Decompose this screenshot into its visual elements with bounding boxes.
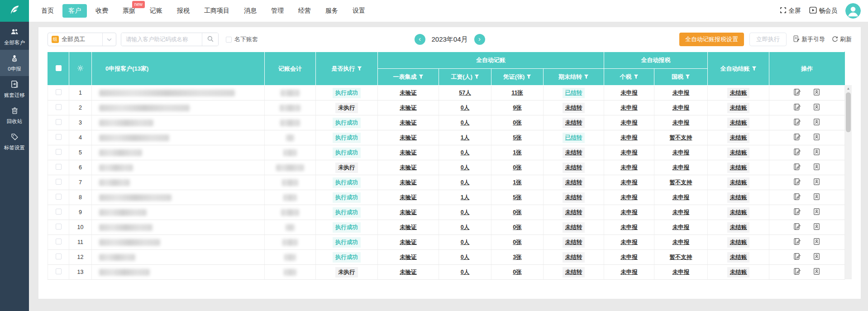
profile-doc-icon[interactable] bbox=[813, 268, 820, 277]
row-checkbox[interactable] bbox=[56, 179, 62, 185]
national-tax-link[interactable]: 未申报 bbox=[672, 105, 690, 111]
nav-item-11[interactable]: 设置 bbox=[347, 4, 371, 18]
carryover-link[interactable]: 未结转 bbox=[563, 177, 585, 188]
vertical-scrollbar[interactable]: ▲ bbox=[845, 85, 852, 279]
national-tax-link[interactable]: 未申报 bbox=[672, 209, 690, 215]
sidebar-item-0申报[interactable]: 0申报 bbox=[0, 50, 29, 76]
row-checkbox[interactable] bbox=[56, 209, 62, 215]
voucher-link[interactable]: 0张 bbox=[513, 269, 521, 275]
client-name-cell[interactable] bbox=[92, 100, 265, 115]
carryover-link[interactable]: 未结转 bbox=[563, 103, 585, 113]
personal-tax-link[interactable]: 未申报 bbox=[620, 149, 638, 156]
row-checkbox[interactable] bbox=[56, 134, 62, 140]
nav-item-1[interactable]: 客户 bbox=[62, 4, 87, 18]
voucher-link[interactable]: 1张 bbox=[513, 179, 521, 186]
header-executed[interactable]: 是否执行 bbox=[316, 52, 378, 86]
personal-tax-link[interactable]: 未申报 bbox=[620, 209, 638, 215]
salary-link[interactable]: 57人 bbox=[459, 90, 471, 96]
national-tax-link[interactable]: 暂不支持 bbox=[670, 254, 692, 260]
integration-link[interactable]: 未验证 bbox=[400, 90, 417, 96]
integration-link[interactable]: 未验证 bbox=[400, 120, 417, 126]
nav-item-7[interactable]: 消息 bbox=[238, 4, 262, 18]
client-name-cell[interactable] bbox=[92, 220, 265, 235]
profile-doc-icon[interactable] bbox=[813, 88, 820, 97]
nav-item-2[interactable]: 收费 bbox=[90, 4, 114, 18]
header-voucher[interactable]: 凭证(张) bbox=[491, 69, 544, 86]
salary-link[interactable]: 0人 bbox=[461, 179, 469, 186]
fullscreen-button[interactable]: 全屏 bbox=[780, 7, 801, 15]
carryover-link[interactable]: 未结转 bbox=[563, 163, 585, 173]
row-checkbox[interactable] bbox=[56, 254, 62, 259]
nav-item-9[interactable]: 经营 bbox=[292, 4, 317, 18]
header-integration[interactable]: 一表集成 bbox=[378, 69, 439, 86]
client-name-cell[interactable] bbox=[92, 175, 265, 190]
voucher-link[interactable]: 5张 bbox=[513, 134, 521, 141]
voucher-link[interactable]: 3张 bbox=[513, 254, 521, 260]
integration-link[interactable]: 未验证 bbox=[400, 164, 417, 171]
auto-settings-button[interactable]: 全自动记账报税设置 bbox=[679, 33, 744, 46]
row-checkbox[interactable] bbox=[56, 164, 62, 170]
nav-item-3[interactable]: 票据new bbox=[117, 4, 141, 18]
voucher-link[interactable]: 1张 bbox=[513, 149, 521, 156]
salary-link[interactable]: 0人 bbox=[461, 120, 469, 126]
salary-link[interactable]: 0人 bbox=[461, 105, 469, 111]
voucher-link[interactable]: 0张 bbox=[513, 209, 521, 215]
closing-link[interactable]: 未结账 bbox=[727, 133, 750, 143]
row-checkbox[interactable] bbox=[56, 194, 62, 200]
profile-doc-icon[interactable] bbox=[813, 178, 820, 187]
edit-book-icon[interactable] bbox=[793, 193, 801, 202]
profile-doc-icon[interactable] bbox=[813, 238, 820, 247]
edit-book-icon[interactable] bbox=[793, 268, 801, 277]
sidebar-item-账套迁移[interactable]: 账套迁移 bbox=[0, 76, 29, 102]
national-tax-link[interactable]: 未申报 bbox=[672, 194, 690, 201]
search-button[interactable] bbox=[202, 33, 218, 46]
closing-link[interactable]: 未结账 bbox=[727, 163, 750, 173]
voucher-link[interactable]: 9张 bbox=[513, 105, 521, 111]
edit-book-icon[interactable] bbox=[793, 163, 801, 172]
personal-tax-link[interactable]: 未申报 bbox=[620, 194, 638, 201]
row-checkbox[interactable] bbox=[56, 149, 62, 155]
closing-link[interactable]: 未结账 bbox=[727, 207, 750, 218]
voucher-link[interactable]: 0张 bbox=[513, 164, 521, 171]
national-tax-link[interactable]: 未申报 bbox=[672, 149, 690, 156]
row-checkbox[interactable] bbox=[56, 268, 62, 274]
header-national-tax[interactable]: 国税 bbox=[654, 69, 708, 86]
edit-book-icon[interactable] bbox=[793, 148, 801, 157]
client-name-cell[interactable] bbox=[92, 86, 265, 100]
carryover-link[interactable]: 未结转 bbox=[563, 118, 585, 128]
personal-tax-link[interactable]: 未申报 bbox=[620, 134, 638, 141]
client-name-cell[interactable] bbox=[92, 235, 265, 250]
salary-link[interactable]: 1人 bbox=[461, 134, 469, 141]
client-name-cell[interactable] bbox=[92, 160, 265, 175]
client-name-cell[interactable] bbox=[92, 250, 265, 265]
salary-link[interactable]: 0人 bbox=[461, 149, 469, 156]
integration-link[interactable]: 未验证 bbox=[400, 239, 417, 245]
execute-now-button[interactable]: 立即执行 bbox=[749, 33, 787, 46]
edit-book-icon[interactable] bbox=[793, 118, 801, 127]
personal-tax-link[interactable]: 未申报 bbox=[620, 90, 638, 96]
profile-doc-icon[interactable] bbox=[813, 103, 820, 112]
client-name-cell[interactable] bbox=[92, 115, 265, 130]
carryover-link[interactable]: 未结转 bbox=[563, 148, 585, 158]
personal-tax-link[interactable]: 未申报 bbox=[620, 120, 638, 126]
row-checkbox[interactable] bbox=[56, 239, 62, 244]
national-tax-link[interactable]: 未申报 bbox=[672, 239, 690, 245]
scope-checkbox-row[interactable]: 名下账套 bbox=[226, 35, 258, 43]
personal-tax-link[interactable]: 未申报 bbox=[620, 269, 638, 275]
voucher-link[interactable]: 11张 bbox=[511, 90, 523, 96]
integration-link[interactable]: 未验证 bbox=[400, 254, 417, 260]
national-tax-link[interactable]: 未申报 bbox=[672, 269, 690, 275]
carryover-link[interactable]: 已结转 bbox=[563, 88, 585, 98]
salary-link[interactable]: 1人 bbox=[461, 194, 469, 201]
edit-book-icon[interactable] bbox=[793, 253, 801, 262]
edit-book-icon[interactable] bbox=[793, 178, 801, 187]
profile-doc-icon[interactable] bbox=[813, 148, 820, 157]
salary-link[interactable]: 0人 bbox=[461, 224, 469, 230]
edit-book-icon[interactable] bbox=[793, 223, 801, 232]
edit-book-icon[interactable] bbox=[793, 133, 801, 142]
nav-item-4[interactable]: 记账 bbox=[144, 4, 168, 18]
national-tax-link[interactable]: 未申报 bbox=[672, 164, 690, 171]
scope-checkbox[interactable] bbox=[226, 37, 232, 43]
row-checkbox[interactable] bbox=[56, 104, 62, 110]
nav-item-8[interactable]: 管理 bbox=[265, 4, 290, 18]
